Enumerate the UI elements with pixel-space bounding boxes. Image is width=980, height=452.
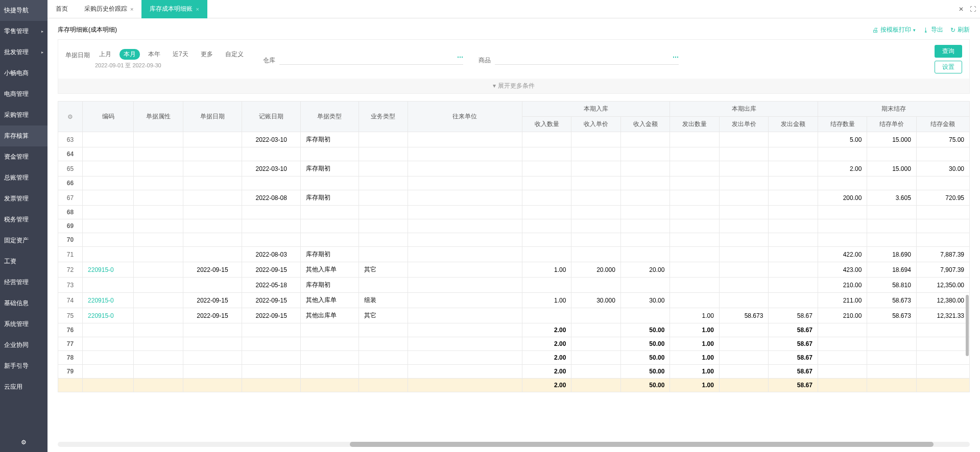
code-link [83,278,134,293]
cell [719,379,769,392]
sidebar-item-零售管理[interactable]: 零售管理▸ [0,21,47,42]
horizontal-scrollbar-thumb[interactable] [350,442,934,447]
cell [571,337,621,351]
filter-goods: 商品 ⋯ [479,54,679,65]
sidebar-item-小畅电商[interactable]: 小畅电商 [0,63,47,84]
cell [522,132,571,147]
sidebar-item-云应用[interactable]: 云应用 [0,376,47,397]
cell: 2.00 [522,323,571,337]
cell [242,206,301,219]
code-link[interactable]: 220915-0 [83,293,134,308]
cell [719,293,769,308]
tab-库存成本明细账[interactable]: 库存成本明细账× [141,0,207,18]
table-row: 792.0050.001.0058.67 [58,365,970,379]
code-link [83,190,134,206]
cell: 1.00 [670,365,720,379]
query-button[interactable]: 查询 [935,45,962,58]
sidebar-item-企业协同[interactable]: 企业协同 [0,335,47,356]
cell: 58.673 [867,293,917,308]
goods-input[interactable]: ⋯ [495,54,679,65]
cell: 30.00 [620,293,670,308]
cell: 18.694 [867,262,917,278]
th-gear[interactable]: ⚙ [58,102,83,132]
sidebar-item-固定资产[interactable]: 固定资产 [0,230,47,251]
code-link[interactable]: 220915-0 [83,262,134,278]
goods-more-icon[interactable]: ⋯ [673,54,679,61]
refresh-button[interactable]: ↻ 刷新 [950,26,970,34]
cell [358,278,408,293]
table-row: 2.0050.001.0058.67 [58,379,970,392]
table-row: 69 [58,219,970,233]
date-option-自定义[interactable]: 自定义 [221,49,248,60]
sidebar-item-税务管理[interactable]: 税务管理 [0,209,47,230]
date-option-本年[interactable]: 本年 [144,49,164,60]
code-link [83,161,134,177]
close-icon[interactable]: × [196,6,199,12]
sidebar-settings-gear[interactable]: ⚙ [0,433,47,452]
sidebar-item-发票管理[interactable]: 发票管理 [0,188,47,209]
cell: 58.67 [769,351,818,365]
filter-date-label: 单据日期 [65,49,90,60]
horizontal-scrollbar-track[interactable] [58,442,970,447]
cell: 211.00 [818,293,867,308]
sidebar-item-采购管理[interactable]: 采购管理 [0,105,47,125]
sidebar-item-资金管理[interactable]: 资金管理 [0,146,47,167]
cell [916,365,969,379]
date-option-更多[interactable]: 更多 [197,49,217,60]
warehouse-input[interactable]: ⋯ [279,54,463,65]
vertical-scrollbar[interactable] [966,295,969,356]
close-icon[interactable]: × [130,6,133,12]
export-button[interactable]: ⭳ 导出 [923,26,943,34]
cell [134,177,183,190]
sidebar-item-工资[interactable]: 工资 [0,251,47,272]
sidebar-item-批发管理[interactable]: 批发管理▸ [0,42,47,63]
cell [867,379,917,392]
sidebar-item-库存核算[interactable]: 库存核算 [0,125,47,146]
table-row: 74220915-02022-09-152022-09-15其他入库单组装1.0… [58,293,970,308]
tab-close-all-icon[interactable]: ✕ [959,6,964,13]
cell [719,161,769,177]
sidebar-item-经营管理[interactable]: 经营管理 [0,272,47,293]
cell [867,233,917,247]
cell: 58.67 [769,308,818,323]
cell [571,233,621,247]
cell [522,247,571,262]
warehouse-more-icon[interactable]: ⋯ [457,54,463,61]
cell [670,219,720,233]
table-row: 652022-03-10库存期初2.0015.00030.00 [58,161,970,177]
th-out-group: 本期出库 [670,102,818,117]
code-link[interactable]: 220915-0 [83,308,134,323]
sidebar-item-总账管理[interactable]: 总账管理 [0,167,47,188]
print-template-button[interactable]: 🖨 按模板打印 ▾ [872,26,916,34]
sidebar-item-基础信息[interactable]: 基础信息 [0,293,47,314]
expand-more-conditions[interactable]: ▾ 展开更多条件 [58,79,969,93]
sidebar-item-系统管理[interactable]: 系统管理 [0,314,47,335]
tab-采购历史价跟踪[interactable]: 采购历史价跟踪× [76,0,141,18]
cell [620,219,670,233]
settings-button[interactable]: 设置 [935,61,962,73]
date-option-近7天[interactable]: 近7天 [169,49,193,60]
table-row: 672022-08-08库存期初200.003.605720.95 [58,190,970,206]
cell: 69 [58,219,83,233]
date-option-本月[interactable]: 本月 [119,49,140,60]
table-container: ⚙ 编码 单据属性 单据日期 记账日期 单据类型 业务类型 往来单位 本期入库 … [58,101,970,442]
cell: 库存期初 [301,132,358,147]
th-out-price: 发出单价 [719,117,769,132]
cell [769,190,818,206]
sidebar-item-label: 发票管理 [4,194,29,203]
cell [867,337,917,351]
cell [242,337,301,351]
sidebar-item-快捷导航[interactable]: 快捷导航 [0,0,47,21]
cell [358,177,408,190]
date-option-上月[interactable]: 上月 [95,49,115,60]
tab-首页[interactable]: 首页 [47,0,76,18]
fullscreen-icon[interactable]: ⛶ [970,6,976,13]
cell: 2.00 [522,379,571,392]
cell [719,351,769,365]
sidebar-item-电商管理[interactable]: 电商管理 [0,84,47,105]
cell [408,219,522,233]
cell [620,206,670,219]
sidebar-item-新手引导[interactable]: 新手引导 [0,356,47,376]
main-content: 首页采购历史价跟踪×库存成本明细账× ✕ ⛶ 库存明细账(成本明细) 🖨 按模板… [47,0,980,452]
cell [408,293,522,308]
